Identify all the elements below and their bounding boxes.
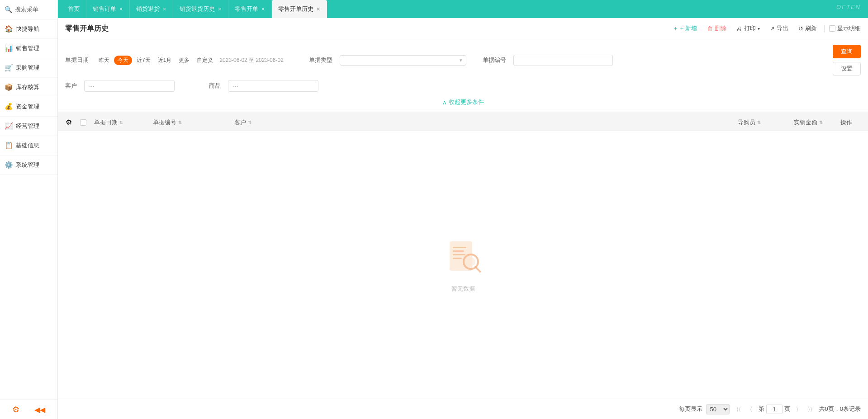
main-area: 首页销售订单✕销货退货✕销货退货历史✕零售开单✕零售开单历史✕OfTEn 零售开… bbox=[58, 0, 868, 419]
th-date-label: 单据日期 bbox=[94, 118, 118, 127]
tab-label-retail-open: 零售开单 bbox=[235, 5, 258, 13]
date-btn-last1m[interactable]: 近1月 bbox=[155, 56, 175, 65]
svg-line-7 bbox=[475, 267, 480, 272]
setting-button[interactable]: 设置 bbox=[833, 62, 861, 75]
table-header: ⚙ 单据日期 ⇅ 单据编号 ⇅ 客户 ⇅ 导购员 ⇅ bbox=[58, 114, 868, 131]
date-btn-today[interactable]: 今天 bbox=[114, 56, 132, 65]
tab-close-sales-order[interactable]: ✕ bbox=[119, 6, 123, 12]
tab-close-retail-open[interactable]: ✕ bbox=[261, 6, 265, 12]
date-btn-yesterday[interactable]: 昨天 bbox=[96, 56, 112, 65]
nav-label-basic-info: 基础信息 bbox=[16, 141, 39, 150]
sidebar-item-sales-mgmt[interactable]: 📊销售管理 bbox=[0, 39, 57, 58]
doc-no-input[interactable] bbox=[513, 55, 613, 66]
add-button[interactable]: ＋ + 新增 bbox=[670, 23, 700, 34]
nav-icon-quick-nav: 🏠 bbox=[5, 25, 13, 33]
goods-label: 商品 bbox=[209, 82, 221, 90]
settings-bottom-icon[interactable]: ⚙ bbox=[12, 405, 19, 414]
sidebar-bottom: ⚙ ◀◀ bbox=[0, 400, 57, 419]
tab-sales-return-history[interactable]: 销货退货历史✕ bbox=[173, 0, 228, 18]
svg-rect-3 bbox=[453, 254, 465, 255]
tab-close-sales-return-history[interactable]: ✕ bbox=[218, 6, 222, 12]
sidebar-item-system-mgmt[interactable]: ⚙️系统管理 bbox=[0, 155, 57, 175]
sort-guide-icon: ⇅ bbox=[757, 120, 761, 125]
add-label: + 新增 bbox=[680, 24, 697, 33]
tab-sales-order[interactable]: 销售订单✕ bbox=[86, 0, 130, 18]
th-docno[interactable]: 单据编号 ⇅ bbox=[149, 118, 231, 127]
page-size-select[interactable]: 50 10 20 100 bbox=[706, 404, 730, 414]
export-icon: ↗ bbox=[770, 25, 775, 32]
sidebar-search-label: 搜索采单 bbox=[15, 5, 38, 14]
print-chevron-icon: ▾ bbox=[758, 26, 760, 31]
sidebar-item-basic-info[interactable]: 📋基础信息 bbox=[0, 136, 57, 155]
export-button[interactable]: ↗ 导出 bbox=[767, 23, 791, 34]
sidebar-item-purchase-mgmt[interactable]: 🛒采购管理 bbox=[0, 58, 57, 78]
empty-state: 暂无数据 bbox=[58, 131, 868, 399]
header-checkbox[interactable] bbox=[76, 119, 90, 126]
print-button[interactable]: 🖨 打印 ▾ bbox=[734, 23, 763, 34]
nav-icon-basic-info: 📋 bbox=[5, 141, 13, 150]
checkbox-show-detail[interactable] bbox=[829, 25, 835, 32]
date-btn-more[interactable]: 更多 bbox=[176, 56, 192, 65]
column-settings-icon[interactable]: ⚙ bbox=[62, 118, 76, 127]
sidebar-item-inventory[interactable]: 📦库存核算 bbox=[0, 78, 57, 97]
goods-input[interactable]: ··· bbox=[228, 80, 318, 92]
th-customer-label: 客户 bbox=[234, 118, 246, 127]
select-all-checkbox[interactable] bbox=[80, 119, 86, 126]
search-icon: 🔍 bbox=[5, 6, 12, 13]
query-button[interactable]: 查询 bbox=[833, 45, 861, 58]
nav-icon-inventory: 📦 bbox=[5, 83, 13, 91]
sidebar-item-operations[interactable]: 📈经营管理 bbox=[0, 117, 57, 136]
tab-close-retail-open-history[interactable]: ✕ bbox=[316, 6, 320, 12]
tab-bar: 首页销售订单✕销货退货✕销货退货历史✕零售开单✕零售开单历史✕OfTEn bbox=[58, 0, 868, 18]
nav-label-operations: 经营管理 bbox=[16, 122, 39, 130]
th-date[interactable]: 单据日期 ⇅ bbox=[90, 118, 149, 127]
delete-label: 删除 bbox=[715, 24, 726, 33]
filter-row-1: 单据日期 昨天 今天 近7天 近1月 更多 自定义 2023-06-02 至 2… bbox=[65, 45, 861, 75]
sidebar-item-finance[interactable]: 💰资金管理 bbox=[0, 97, 57, 117]
filter-row-2: 客户 ··· 商品 ··· bbox=[65, 80, 861, 92]
refresh-button[interactable]: ↺ 刷新 bbox=[796, 23, 820, 34]
show-detail-toggle[interactable]: 显示明细 bbox=[829, 24, 861, 33]
next-page-btn[interactable]: ⟩ bbox=[792, 404, 803, 414]
page-total: 共0页，0条记录 bbox=[819, 405, 861, 413]
svg-rect-4 bbox=[453, 258, 462, 259]
sidebar-search[interactable]: 🔍 搜索采单 bbox=[0, 0, 57, 19]
nav-label-inventory: 库存核算 bbox=[16, 83, 39, 91]
delete-button[interactable]: 🗑 删除 bbox=[704, 23, 729, 34]
collapse-label: 收起更多条件 bbox=[449, 98, 484, 106]
doc-type-select[interactable]: ▾ bbox=[340, 55, 466, 66]
tab-label-sales-order: 销售订单 bbox=[93, 5, 116, 13]
nav-icon-finance: 💰 bbox=[5, 103, 13, 111]
svg-rect-0 bbox=[450, 241, 472, 271]
customer-input[interactable]: ··· bbox=[84, 80, 175, 92]
th-guide[interactable]: 导购员 ⇅ bbox=[734, 118, 788, 127]
th-customer[interactable]: 客户 ⇅ bbox=[231, 118, 734, 127]
collapse-bar[interactable]: ∧ 收起更多条件 bbox=[65, 96, 861, 106]
nav-label-sales-mgmt: 销售管理 bbox=[16, 44, 39, 52]
tab-retail-open-history[interactable]: 零售开单历史✕ bbox=[272, 0, 327, 18]
tab-home[interactable]: 首页 bbox=[62, 0, 86, 18]
date-btn-custom[interactable]: 自定义 bbox=[194, 56, 216, 65]
tab-sales-return[interactable]: 销货退货✕ bbox=[130, 0, 173, 18]
page-number-input[interactable] bbox=[766, 405, 783, 414]
date-btn-last7[interactable]: 近7天 bbox=[134, 56, 153, 65]
prev-page-btn[interactable]: ⟨ bbox=[746, 404, 757, 414]
last-page-btn[interactable]: ⟩⟩ bbox=[805, 404, 816, 414]
th-guide-label: 导购员 bbox=[738, 118, 755, 127]
first-page-btn[interactable]: ⟨⟨ bbox=[733, 404, 744, 414]
tab-close-sales-return[interactable]: ✕ bbox=[162, 6, 166, 12]
sidebar-item-quick-nav[interactable]: 🏠快捷导航 bbox=[0, 19, 57, 39]
nav-label-purchase-mgmt: 采购管理 bbox=[16, 64, 39, 72]
nav-icon-purchase-mgmt: 🛒 bbox=[5, 64, 13, 72]
sort-date-icon: ⇅ bbox=[119, 120, 123, 125]
collapse-icon: ∧ bbox=[442, 99, 447, 106]
customer-label: 客户 bbox=[65, 82, 77, 90]
tab-retail-open[interactable]: 零售开单✕ bbox=[228, 0, 272, 18]
th-amount[interactable]: 实销金额 ⇅ bbox=[788, 118, 828, 127]
tab-label-retail-open-history: 零售开单历史 bbox=[278, 5, 313, 13]
add-icon: ＋ bbox=[673, 24, 678, 33]
tab-label-sales-return: 销货退货 bbox=[136, 5, 160, 13]
print-label: 打印 bbox=[744, 24, 756, 33]
collapse-sidebar-icon[interactable]: ◀◀ bbox=[34, 405, 45, 414]
page-label-suffix: 页 bbox=[784, 405, 790, 413]
